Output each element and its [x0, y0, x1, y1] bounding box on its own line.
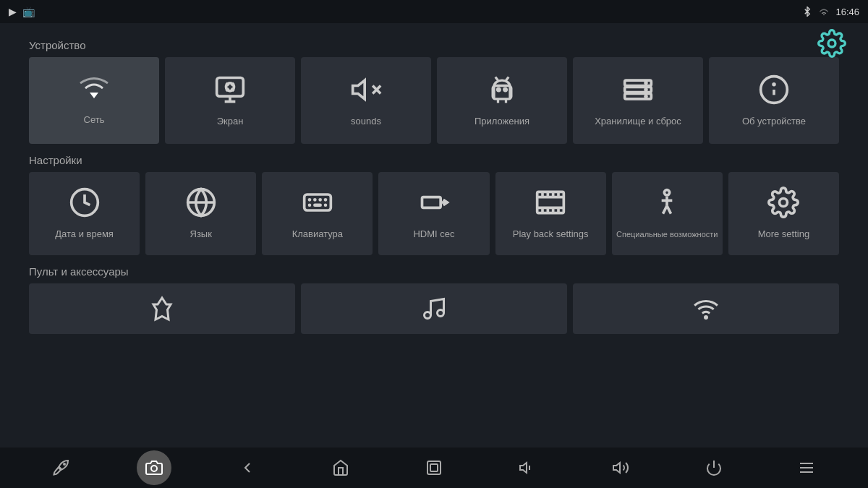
network-card[interactable]: Сеть — [29, 57, 159, 144]
volume-down-nav-item[interactable] — [510, 450, 545, 485]
svg-line-9 — [231, 88, 234, 91]
svg-point-62 — [64, 463, 65, 465]
svg-rect-65 — [430, 464, 438, 471]
network-label: Сеть — [84, 114, 105, 127]
language-label: Язык — [190, 228, 212, 241]
globe-icon — [185, 187, 217, 223]
svg-point-0 — [828, 40, 835, 47]
svg-point-59 — [425, 312, 431, 319]
hdmi-icon — [418, 187, 450, 223]
remote-icon-3 — [693, 296, 719, 322]
svg-line-7 — [231, 82, 234, 85]
svg-rect-2 — [217, 77, 244, 96]
info-icon — [758, 74, 790, 110]
svg-point-17 — [504, 88, 507, 91]
about-card[interactable]: Об устройстве — [709, 57, 839, 144]
svg-rect-40 — [422, 197, 441, 208]
svg-line-8 — [226, 88, 229, 91]
volume-up-nav-item[interactable] — [603, 450, 638, 485]
app-icon-2: 📺 — [22, 6, 35, 17]
svg-point-61 — [705, 317, 707, 319]
storage-icon — [622, 74, 654, 110]
svg-point-58 — [780, 199, 788, 207]
storage-label: Хранилище и сброс — [595, 116, 681, 128]
svg-rect-64 — [427, 461, 441, 474]
back-nav-item[interactable] — [230, 450, 265, 485]
wifi-status-icon — [818, 7, 830, 17]
settings-section-label: Настройки — [29, 154, 839, 166]
apps-label: Приложения — [475, 116, 529, 128]
screenshot-nav-item[interactable] — [137, 450, 171, 485]
keyboard-label: Клавиатура — [292, 228, 343, 241]
keyboard-icon — [302, 187, 333, 223]
screen-icon — [214, 74, 246, 110]
clock: 16:46 — [835, 7, 859, 17]
datetime-card[interactable]: Дата и время — [29, 172, 140, 255]
svg-rect-13 — [493, 85, 511, 98]
app-icon-1: ▶ — [9, 6, 17, 17]
svg-line-57 — [667, 206, 671, 214]
moresetting-label: More setting — [758, 228, 810, 241]
playback-card[interactable]: Play back settings — [495, 172, 606, 255]
hdmi-card[interactable]: HDMI cec — [378, 172, 489, 255]
svg-rect-32 — [305, 194, 331, 210]
svg-marker-68 — [613, 463, 620, 473]
bluetooth-icon — [802, 7, 812, 17]
hdmi-label: HDMI cec — [413, 228, 454, 241]
moresetting-card[interactable]: More setting — [728, 172, 839, 255]
about-label: Об устройстве — [742, 116, 806, 128]
svg-line-14 — [495, 77, 498, 80]
svg-point-60 — [438, 310, 444, 317]
svg-marker-66 — [520, 463, 527, 473]
device-row: Сеть Экран — [29, 57, 839, 144]
main-content: Устройство Сеть — [0, 23, 868, 448]
film-icon — [535, 187, 566, 223]
svg-marker-1 — [90, 93, 98, 98]
menu-nav-item[interactable] — [789, 450, 824, 485]
sounds-label: sounds — [351, 116, 381, 128]
recents-nav-item[interactable] — [417, 450, 451, 485]
svg-point-16 — [498, 88, 501, 91]
accessibility-label: Специальные возможности — [616, 229, 718, 239]
accessibility-icon — [651, 187, 683, 223]
remote-icon-2 — [421, 296, 447, 322]
settings-row: Дата и время Язык — [29, 172, 839, 255]
storage-card[interactable]: Хранилище и сброс — [573, 57, 703, 144]
remote-item-3[interactable] — [573, 283, 839, 334]
svg-line-6 — [226, 82, 229, 85]
status-left: ▶ 📺 — [9, 6, 35, 17]
wifi-icon — [76, 75, 112, 108]
status-right: 16:46 — [802, 7, 859, 17]
remote-icon-1 — [149, 296, 175, 322]
status-bar: ▶ 📺 16:46 — [0, 0, 868, 23]
accessibility-card[interactable]: Специальные возможности — [612, 172, 723, 255]
launch-nav-item[interactable] — [43, 450, 78, 485]
sounds-card[interactable]: sounds — [301, 57, 431, 144]
remote-item-2[interactable] — [301, 283, 567, 334]
remote-item-1[interactable] — [29, 283, 295, 334]
svg-point-63 — [151, 466, 157, 471]
datetime-label: Дата и время — [55, 228, 114, 241]
settings-gear-icon[interactable] — [817, 29, 846, 64]
screen-label: Экран — [217, 116, 244, 128]
gear-icon — [767, 187, 799, 223]
svg-marker-10 — [353, 80, 365, 99]
android-icon — [486, 74, 518, 110]
mute-icon — [350, 74, 382, 110]
svg-point-53 — [665, 190, 670, 195]
clock-icon — [69, 187, 101, 223]
remote-row — [29, 283, 839, 334]
home-nav-item[interactable] — [323, 450, 358, 485]
apps-card[interactable]: Приложения — [437, 57, 567, 144]
screen-card[interactable]: Экран — [165, 57, 295, 144]
device-section-label: Устройство — [29, 39, 839, 51]
language-card[interactable]: Язык — [145, 172, 256, 255]
power-nav-item[interactable] — [697, 450, 731, 485]
keyboard-card[interactable]: Клавиатура — [262, 172, 373, 255]
nav-bar — [0, 448, 868, 488]
remote-section-label: Пульт и аксессуары — [29, 265, 839, 278]
svg-line-15 — [506, 77, 509, 80]
playback-label: Play back settings — [513, 228, 589, 241]
